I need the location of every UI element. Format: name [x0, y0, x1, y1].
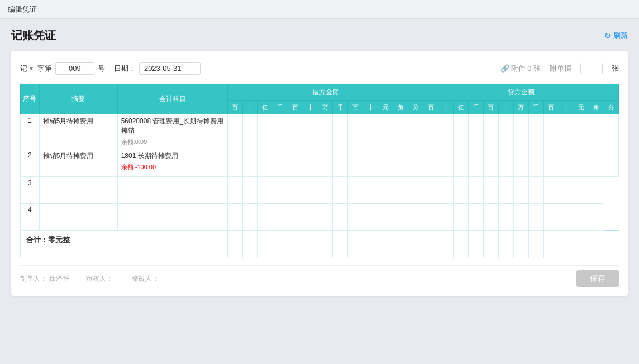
row1-d13[interactable]: [408, 114, 423, 149]
page-title: 记账凭证: [11, 28, 56, 43]
row2-c1[interactable]: [423, 149, 438, 177]
modifier-label: 修改人：: [132, 274, 159, 284]
form-row: 记 ▼ 字第 号 日期： 🔗 附件 0 张 附单据 张: [20, 62, 619, 75]
date-input[interactable]: [139, 62, 201, 75]
row2-c3[interactable]: [454, 149, 469, 177]
row2-c9[interactable]: [543, 149, 559, 177]
row2-c5[interactable]: [484, 149, 499, 177]
row2-c8[interactable]: [528, 149, 543, 177]
row1-d5[interactable]: [288, 114, 303, 149]
row3-account[interactable]: [117, 177, 227, 204]
debit-jiao: 角: [393, 101, 408, 114]
type-select[interactable]: 记 ▼: [20, 64, 34, 74]
debit-fen: 分: [408, 101, 423, 114]
row2-c13[interactable]: [604, 149, 618, 177]
row2-c12[interactable]: [589, 149, 604, 177]
credit-bai-yi: 百: [423, 101, 438, 114]
row1-c5[interactable]: [484, 114, 499, 149]
row2-c4[interactable]: [469, 149, 484, 177]
col-seq: 序号: [21, 84, 40, 114]
col-account: 会计科目: [117, 84, 227, 114]
date-label: 日期：: [114, 64, 136, 74]
debit-yi: 亿: [257, 101, 273, 114]
row1-d12[interactable]: [393, 114, 408, 149]
row1-c1[interactable]: [423, 114, 438, 149]
row2-d9[interactable]: [348, 149, 363, 177]
attachment-link[interactable]: 🔗 附件 0 张: [500, 64, 541, 74]
refresh-button[interactable]: ↻ 刷新: [604, 31, 628, 41]
row1-d11[interactable]: [378, 114, 393, 149]
row1-c12[interactable]: [589, 114, 604, 149]
creator-item: 制单人： 徐泽华: [20, 274, 69, 284]
credit-jiao: 角: [589, 101, 604, 114]
row4-summary[interactable]: [39, 204, 117, 231]
row1-d6[interactable]: [303, 114, 318, 149]
row2-seq: 2: [21, 149, 40, 177]
save-button[interactable]: 保存: [576, 270, 619, 287]
date-group: 日期：: [114, 62, 201, 75]
row3-seq: 3: [21, 177, 40, 204]
row1-c8[interactable]: [528, 114, 543, 149]
row1-d8[interactable]: [333, 114, 348, 149]
row2-d12[interactable]: [393, 149, 408, 177]
row1-c4[interactable]: [469, 114, 484, 149]
row1-c2[interactable]: [438, 114, 454, 149]
table-row: 3: [21, 177, 619, 204]
row1-d4[interactable]: [273, 114, 288, 149]
row2-d8[interactable]: [333, 149, 348, 177]
row2-d4[interactable]: [273, 149, 288, 177]
zhang-label: 张: [612, 64, 619, 74]
attachments-area: 🔗 附件 0 张 附单据 张: [500, 63, 619, 74]
row1-seq: 1: [21, 114, 40, 149]
row2-d5[interactable]: [288, 149, 303, 177]
row1-c6[interactable]: [498, 114, 513, 149]
row2-d3[interactable]: [257, 149, 273, 177]
row2-d10[interactable]: [363, 149, 378, 177]
row2-c7[interactable]: [513, 149, 528, 177]
col-debit-group: 借方金额: [227, 84, 423, 101]
row2-c2[interactable]: [438, 149, 454, 177]
row1-c9[interactable]: [543, 114, 559, 149]
row1-d1[interactable]: [227, 114, 242, 149]
attach-doc-link[interactable]: 附单据: [550, 64, 571, 74]
creator-value: 徐泽华: [49, 274, 69, 284]
row1-c11[interactable]: [574, 114, 589, 149]
refresh-label: 刷新: [613, 31, 628, 41]
row2-d13[interactable]: [408, 149, 423, 177]
row2-d6[interactable]: [303, 149, 318, 177]
row1-d9[interactable]: [348, 114, 363, 149]
row2-d11[interactable]: [378, 149, 393, 177]
credit-shi-wan: 十: [498, 101, 513, 114]
row1-c13[interactable]: [604, 114, 618, 149]
row2-account[interactable]: 1801 长期待摊费用 余额:-100.00: [117, 149, 227, 177]
row1-d2[interactable]: [242, 114, 257, 149]
debit-shi-wan: 十: [303, 101, 318, 114]
zhang-count-input[interactable]: [580, 63, 603, 74]
row2-c10[interactable]: [559, 149, 574, 177]
row2-summary[interactable]: 摊销5月待摊费用: [39, 149, 117, 177]
row2-c6[interactable]: [498, 149, 513, 177]
voucher-number-input[interactable]: [55, 62, 94, 75]
col-credit-group: 贷方金额: [423, 84, 619, 101]
creator-label: 制单人：: [20, 274, 47, 284]
row1-summary[interactable]: 摊销5月待摊费用: [39, 114, 117, 149]
voucher-card: 记 ▼ 字第 号 日期： 🔗 附件 0 张 附单据 张: [11, 51, 628, 296]
row1-c10[interactable]: [559, 114, 574, 149]
row2-d1[interactable]: [227, 149, 242, 177]
debit-qian: 千: [333, 101, 348, 114]
row1-c7[interactable]: [513, 114, 528, 149]
row3-summary[interactable]: [39, 177, 117, 204]
window-titlebar: 编辑凭证: [0, 0, 639, 19]
row1-d3[interactable]: [257, 114, 273, 149]
row2-c11[interactable]: [574, 149, 589, 177]
row1-c3[interactable]: [454, 114, 469, 149]
row2-d7[interactable]: [318, 149, 333, 177]
row4-account[interactable]: [117, 204, 227, 231]
row1-account[interactable]: 56020008 管理费用_长期待摊费用摊销 余额:0.00: [117, 114, 227, 149]
refresh-icon: ↻: [604, 31, 611, 40]
row1-d10[interactable]: [363, 114, 378, 149]
row1-d7[interactable]: [318, 114, 333, 149]
page-header: 记账凭证 ↻ 刷新: [11, 28, 628, 43]
row2-d2[interactable]: [242, 149, 257, 177]
table-row: 4: [21, 204, 619, 231]
